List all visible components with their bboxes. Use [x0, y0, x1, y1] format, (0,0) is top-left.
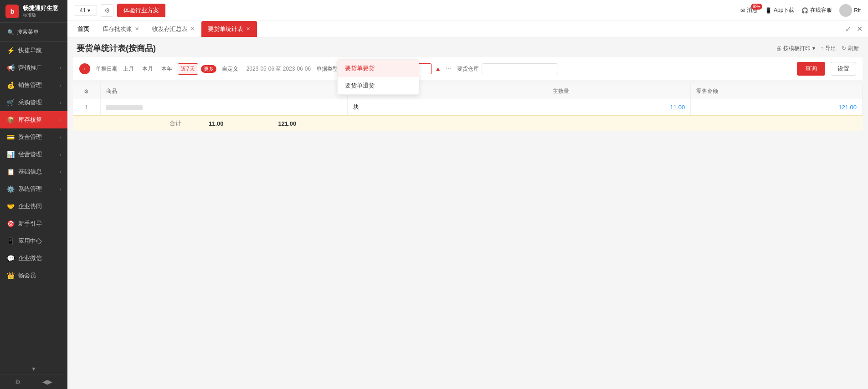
- tab-order-stats[interactable]: 要货单统计表 ✕: [201, 21, 257, 37]
- cell-amount[interactable]: 121.00: [691, 99, 863, 115]
- tab-close-inventory-batch[interactable]: ✕: [135, 26, 139, 32]
- sidebar-item-wecom[interactable]: 💬 企业微信: [0, 250, 67, 267]
- tab-actions: ⤢ ✕: [843, 24, 868, 34]
- base-icon: 📋: [6, 168, 15, 176]
- settings-icon[interactable]: ⚙: [15, 378, 21, 385]
- page-header: 要货单统计表(按商品) 🖨 按模板打印 ▾ ↑ 导出 ↻ 刷新: [67, 37, 868, 57]
- tab-close-order-stats[interactable]: ✕: [246, 26, 250, 32]
- maximize-button[interactable]: ⤢: [843, 24, 853, 34]
- cell-product: [100, 99, 347, 115]
- sidebar-scroll-down[interactable]: ▼: [0, 364, 67, 374]
- logo-text: 畅捷通好生意 标准版: [23, 5, 58, 18]
- total-label: 合计: [78, 119, 181, 128]
- cell-qty[interactable]: 11.00: [547, 99, 691, 115]
- app-logo: b 畅捷通好生意 标准版: [0, 0, 67, 23]
- collapse-icon[interactable]: ◀▶: [42, 378, 52, 385]
- refresh-button[interactable]: ↻ 刷新: [842, 45, 859, 52]
- date-more-badge[interactable]: 更多: [201, 65, 216, 73]
- sidebar-item-quick-nav[interactable]: ⚡ 快捷导航: [0, 42, 67, 59]
- refresh-icon: ↻: [842, 45, 846, 51]
- chevron-down-icon: ▾: [87, 7, 90, 14]
- sidebar-item-inventory[interactable]: 📦 库存核算 ›: [0, 111, 67, 128]
- date-last-7days-button[interactable]: 近7天: [178, 63, 198, 75]
- trial-button[interactable]: 体验行业方案: [117, 4, 165, 17]
- topbar-left: 41 ▾ ⚙ 体验行业方案: [75, 4, 740, 17]
- type-dropdown-arrow[interactable]: ▲: [435, 65, 441, 72]
- sidebar-item-appstore[interactable]: 📱 应用中心: [0, 232, 67, 250]
- sidebar-item-operation[interactable]: 📊 经营管理 ›: [0, 146, 67, 163]
- messages-button[interactable]: ✉ 消息 99+: [740, 6, 758, 14]
- product-placeholder: [106, 105, 143, 110]
- th-settings[interactable]: ⚙: [73, 84, 100, 99]
- guide-icon: 🎯: [6, 220, 15, 228]
- gear-button[interactable]: ⚙: [101, 4, 113, 17]
- close-all-button[interactable]: ✕: [855, 24, 864, 34]
- nav-arrow-icon: ›: [60, 66, 61, 71]
- warehouse-filter-group: 要货仓库: [457, 63, 558, 74]
- date-prev-month-button[interactable]: 上月: [120, 64, 137, 74]
- total-amount: 121.00: [251, 120, 324, 127]
- operation-icon: 📊: [6, 150, 15, 159]
- topbar: 41 ▾ ⚙ 体验行业方案 ✉ 消息 99+ 📱 App下载 🎧 在线客服: [67, 0, 868, 21]
- breadcrumb-select[interactable]: 41 ▾: [75, 5, 97, 16]
- topbar-right: ✉ 消息 99+ 📱 App下载 🎧 在线客服 Rit: [740, 4, 861, 17]
- print-button[interactable]: 🖨 按模板打印 ▾: [776, 45, 815, 52]
- search-menu-button[interactable]: 🔍 搜索菜单: [5, 26, 63, 38]
- custom-date-button[interactable]: 自定义: [219, 64, 241, 74]
- appstore-icon: 📱: [6, 237, 15, 245]
- sidebar-item-sales[interactable]: 💰 销售管理 ›: [0, 77, 67, 94]
- dropdown-item-order-return[interactable]: 要货单退货: [338, 77, 419, 94]
- query-button[interactable]: 查询: [797, 62, 825, 76]
- sidebar-item-guide[interactable]: 🎯 新手引导: [0, 215, 67, 232]
- logo-icon: b: [5, 5, 19, 18]
- sidebar-item-finance[interactable]: 💳 资金管理 ›: [0, 128, 67, 146]
- sidebar-item-purchase[interactable]: 🛒 采购管理 ›: [0, 94, 67, 111]
- type-dropdown-menu: 要货单要货 要货单退货: [337, 59, 419, 95]
- sidebar: b 畅捷通好生意 标准版 🔍 搜索菜单 ⚡ 快捷导航 📢 营销推广 › 💰 销售…: [0, 0, 67, 389]
- tab-inventory-batch[interactable]: 库存批次账 ✕: [96, 21, 146, 37]
- sidebar-item-collab[interactable]: 🤝 企业协同: [0, 198, 67, 215]
- sidebar-footer: ⚙ ◀▶: [0, 374, 67, 389]
- dropdown-item-order-request[interactable]: 要货单要货: [338, 60, 419, 77]
- nav-arrow-icon: ›: [60, 83, 61, 88]
- search-icon: 🔍: [7, 29, 14, 36]
- warehouse-input[interactable]: [482, 63, 558, 74]
- app-download-button[interactable]: 📱 App下载: [765, 6, 794, 14]
- online-service-button[interactable]: 🎧 在线客服: [801, 6, 832, 14]
- tab-home[interactable]: 首页: [71, 21, 96, 37]
- system-icon: ⚙️: [6, 185, 15, 193]
- message-icon: ✉: [740, 7, 745, 14]
- breadcrumb-num: 41: [80, 7, 86, 14]
- export-button[interactable]: ↑ 导出: [821, 45, 836, 52]
- tab-receive-summary[interactable]: 收发存汇总表 ✕: [146, 21, 201, 37]
- setting-button[interactable]: 设置: [831, 62, 856, 76]
- filter-more-button[interactable]: ···: [446, 65, 452, 73]
- nav-arrow-icon: ›: [60, 135, 61, 140]
- filter-expand-button[interactable]: ›: [79, 63, 90, 74]
- data-table: ⚙ 商品 主计量单位 主数量 零售金额 1 块: [73, 84, 863, 115]
- user-avatar[interactable]: Rit: [839, 4, 861, 17]
- date-this-year-button[interactable]: 本年: [159, 64, 175, 74]
- sidebar-item-system[interactable]: ⚙️ 系统管理 ›: [0, 180, 67, 198]
- sidebar-item-member[interactable]: 👑 畅会员: [0, 267, 67, 284]
- sidebar-item-marketing[interactable]: 📢 营销推广 ›: [0, 59, 67, 77]
- print-icon: 🖨: [776, 45, 781, 51]
- table-footer: 合计 11.00 121.00: [73, 115, 863, 131]
- sidebar-item-base[interactable]: 📋 基础信息 ›: [0, 163, 67, 180]
- export-icon: ↑: [821, 45, 823, 51]
- column-settings-icon[interactable]: ⚙: [84, 88, 89, 95]
- avatar-image: [839, 4, 852, 17]
- date-this-month-button[interactable]: 本月: [139, 64, 156, 74]
- nav-arrow-icon: ›: [60, 187, 61, 192]
- sidebar-search-area[interactable]: 🔍 搜索菜单: [0, 23, 67, 42]
- table-row: 1 块 11.00 121.00: [73, 99, 863, 115]
- collab-icon: 🤝: [6, 202, 15, 210]
- marketing-icon: 📢: [6, 64, 15, 72]
- expand-icon: ›: [84, 66, 86, 72]
- date-range-text: 2023-05-06 至 2023-06-06: [247, 65, 311, 73]
- th-product: 商品: [100, 84, 347, 99]
- wecom-icon: 💬: [6, 254, 15, 262]
- chevron-down-icon: ▼: [31, 366, 36, 372]
- nav-arrow-icon: ›: [60, 118, 61, 123]
- tab-close-receive-summary[interactable]: ✕: [190, 26, 195, 32]
